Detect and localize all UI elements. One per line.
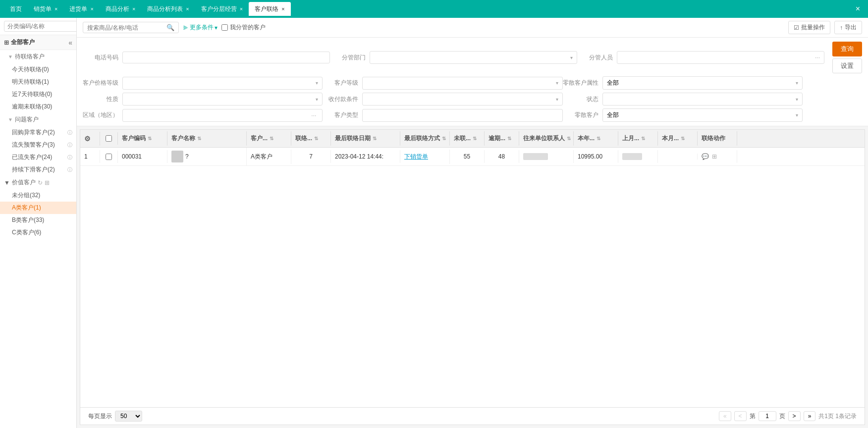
export-button[interactable]: ↑ 导出 [834, 21, 862, 34]
sort-name-icon[interactable]: ⇅ [197, 136, 201, 141]
nav-tab-purchase[interactable]: 进货单 × [63, 2, 99, 16]
sort-type-icon[interactable]: ⇅ [270, 136, 273, 141]
phone-input[interactable] [122, 52, 330, 63]
table-row: 1 000031 ? A类客户 [80, 148, 865, 166]
all-customers-header[interactable]: ⊞ 全部客户 « [0, 35, 76, 50]
row-checkbox-1[interactable] [106, 154, 112, 160]
filter-customer-level: 客户等级 ▾ [323, 77, 562, 90]
sidebar-item-a-class[interactable]: A类客户(1) [0, 202, 76, 214]
sidebar-item-c-class[interactable]: C类客户(6) [0, 226, 76, 239]
customer-type-select[interactable] [362, 109, 562, 122]
nav-tab-product-list[interactable]: 商品分析列表 × [141, 2, 195, 16]
payment-label: 收付款条件 [323, 95, 362, 104]
last-page-button[interactable]: » [804, 411, 816, 421]
first-page-button[interactable]: « [719, 411, 731, 421]
sidebar-item-churned[interactable]: 已流失客户(24) ⓘ [0, 151, 76, 163]
query-button[interactable]: 查询 [832, 42, 862, 56]
nav-tab-home[interactable]: 首页 [4, 2, 28, 16]
th-code[interactable]: 客户编码 ⇅ [118, 131, 167, 146]
th-type[interactable]: 客户... ⇅ [247, 131, 291, 146]
close-tier-tab[interactable]: × [240, 6, 243, 12]
th-contact[interactable]: 联络... ⇅ [291, 131, 331, 146]
next-page-button[interactable]: > [788, 411, 801, 421]
close-all-button[interactable]: × [852, 2, 864, 15]
nav-tab-product-analysis[interactable]: 商品分析 × [100, 2, 141, 16]
sort-thismonth-icon[interactable]: ⇅ [681, 136, 685, 141]
filter-more-button[interactable]: ⫸ 更多条件 ▾ [183, 23, 217, 32]
more-dots-region[interactable]: ··· [309, 112, 318, 119]
sort-unitcontact-icon[interactable]: ⇅ [567, 136, 571, 141]
th-nocontact[interactable]: 未联... ⇅ [450, 131, 485, 146]
filter-bar: 🔍 ⫸ 更多条件 ▾ 我分管的客户 ☑ 批量操作 ↑ 导出 [77, 18, 868, 38]
page-number-input[interactable] [759, 411, 776, 421]
status-select[interactable]: ▾ [602, 93, 803, 106]
sort-thisyear-icon[interactable]: ⇅ [597, 136, 600, 141]
arrow-icon-3: ▼ [4, 179, 10, 186]
select-all-checkbox[interactable] [106, 135, 112, 142]
collapse-icon[interactable]: « [68, 39, 72, 47]
th-lastway[interactable]: 最后联络方式 ⇅ [400, 131, 450, 146]
table-scroll[interactable]: ⚙ 客户编码 ⇅ 客户名称 ⇅ 客户... ⇅ [80, 130, 865, 407]
region-select[interactable]: ··· [122, 109, 323, 122]
person-select[interactable]: ··· [617, 51, 824, 64]
th-lastmonth[interactable]: 上月... ⇅ [618, 131, 658, 146]
filter-search-icon[interactable]: 🔍 [166, 24, 174, 31]
th-thismonth[interactable]: 本月... ⇅ [658, 131, 698, 146]
payment-select[interactable]: ▾ [362, 93, 562, 106]
close-sales-tab[interactable]: × [54, 6, 57, 12]
pending-contact-group[interactable]: ▼ 待联络客户 [0, 50, 76, 63]
action-icon-2[interactable]: ⊞ [712, 153, 717, 160]
setting-button[interactable]: 设置 [832, 58, 862, 73]
problem-customers-group[interactable]: ▼ 问题客户 [0, 113, 76, 126]
sort-code-icon[interactable]: ⇅ [148, 136, 152, 141]
th-unitcontact[interactable]: 往来单位联系人 ⇅ [519, 131, 574, 146]
close-analysis-tab[interactable]: × [132, 6, 135, 12]
sidebar-item-tomorrow[interactable]: 明天待联络(1) [0, 76, 76, 88]
add-icon[interactable]: ⊞ [45, 179, 50, 186]
sidebar-search-input[interactable] [4, 21, 77, 32]
nav-tab-customer-tier[interactable]: 客户分层经营 × [195, 2, 249, 16]
th-name[interactable]: 客户名称 ⇅ [167, 131, 247, 146]
filter-search-input[interactable] [87, 24, 166, 31]
sort-nocontact-icon[interactable]: ⇅ [473, 136, 477, 141]
info-icon-4: ⓘ [67, 166, 72, 173]
th-thisyear[interactable]: 本年... ⇅ [574, 131, 618, 146]
price-level-select[interactable]: ▾ [122, 77, 323, 90]
nature-select[interactable]: ▾ [122, 93, 323, 106]
dept-select[interactable]: ▾ [370, 51, 577, 64]
nav-tab-customer-contact[interactable]: 客户联络 × [249, 2, 290, 16]
sidebar-item-7days[interactable]: 近7天待联络(0) [0, 88, 76, 101]
gear-icon[interactable]: ⚙ [84, 135, 91, 143]
my-customers-checkbox[interactable] [221, 24, 228, 31]
th-lastdate[interactable]: 最后联络日期 ⇅ [331, 131, 400, 146]
refresh-icon[interactable]: ↻ [38, 179, 43, 186]
sidebar-item-declining[interactable]: 持续下滑客户(2) ⓘ [0, 163, 76, 176]
filter-person: 分管人员 ··· [577, 51, 824, 64]
sort-lastdate-icon[interactable]: ⇅ [373, 136, 377, 141]
retail-select[interactable]: 全部 ▾ [602, 108, 803, 122]
my-customers-checkbox-label[interactable]: 我分管的客户 [221, 23, 266, 32]
action-icon-1[interactable]: 💬 [702, 153, 709, 160]
sidebar-item-churn-warning[interactable]: 流失预警客户(3) ⓘ [0, 139, 76, 151]
sidebar-item-overdue[interactable]: 逾期未联络(30) [0, 101, 76, 113]
sidebar-item-today[interactable]: 今天待联络(0) [0, 63, 76, 76]
close-list-tab[interactable]: × [186, 6, 189, 12]
value-customers-group[interactable]: ▼ 价值客户 ↻ ⊞ [0, 176, 76, 189]
sort-lastmonth-icon[interactable]: ⇅ [641, 136, 645, 141]
sort-lastway-icon[interactable]: ⇅ [442, 136, 446, 141]
sort-overdue-icon[interactable]: ⇅ [507, 136, 511, 141]
td-lastway-1[interactable]: 下销货单 [400, 150, 450, 164]
sort-contact-icon[interactable]: ⇅ [314, 136, 318, 141]
prev-page-button[interactable]: < [734, 411, 747, 421]
customer-level-select[interactable]: ▾ [362, 77, 562, 90]
retail-attr-select[interactable]: 全部 ▾ [602, 76, 803, 90]
sidebar-item-b-class[interactable]: B类客户(33) [0, 214, 76, 226]
page-size-select[interactable]: 50 100 200 [115, 411, 142, 422]
th-overdue[interactable]: 逾期... ⇅ [485, 131, 519, 146]
nav-tab-sales[interactable]: 销货单 × [28, 2, 63, 16]
sidebar-item-repurchase[interactable]: 回购异常客户(2) ⓘ [0, 126, 76, 139]
sidebar-item-unclassified[interactable]: 未分组(32) [0, 189, 76, 202]
close-purchase-tab[interactable]: × [90, 6, 93, 12]
batch-op-button[interactable]: ☑ 批量操作 [788, 21, 830, 34]
close-contact-tab[interactable]: × [281, 6, 284, 12]
